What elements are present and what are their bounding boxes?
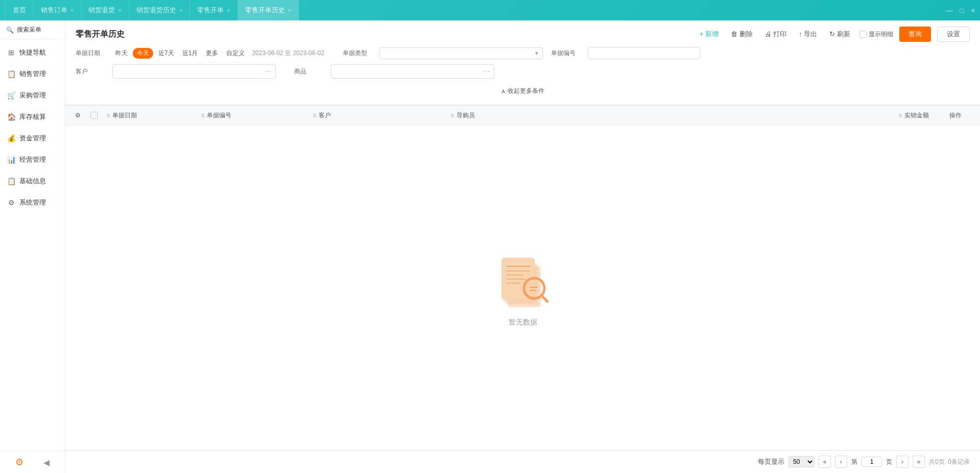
empty-text: 暂无数据 [509,318,537,327]
tab-close-retail-open[interactable]: × [227,7,230,13]
page-number-input[interactable] [862,457,882,467]
sort-amount-icon[interactable]: ⇅ [898,113,902,118]
customer-input[interactable]: ··· [112,64,276,79]
last7-btn[interactable]: 近7天 [155,48,177,59]
custom-date-btn[interactable]: 自定义 [223,48,248,59]
sidebar-item-operation[interactable]: 📊 经营管理 [0,149,65,170]
col-customer: ⇅ 客户 [308,111,446,120]
sidebar-item-label: 经营管理 [19,155,46,164]
tab-retail-open-history[interactable]: 零售开单历史 × [238,0,299,20]
table-container: ⚙ ⇅ 单据日期 ⇅ 单据编号 ⇅ 客户 ⇅ [65,105,980,450]
sort-guide-icon[interactable]: ⇅ [450,113,455,118]
sidebar-item-label: 资金管理 [19,134,46,143]
customer-ellipsis-icon[interactable]: ··· [265,67,271,76]
display-detail-checkbox[interactable]: 显示明细 [859,30,893,39]
collapse-button[interactable]: ∧ 收起更多条件 [497,86,548,96]
filter-area: 零售开单历史 + 新增 🗑 删除 🖨 打印 ↑ 导出 ↻ 刷新 显示明细 查询 … [65,20,980,105]
tab-retail-open[interactable]: 零售开单 × [190,0,237,20]
empty-illustration [492,248,554,310]
page-label: 页 [886,458,892,466]
per-page-label: 每页显示 [758,457,784,466]
sidebar-settings-icon[interactable]: ⚙ [15,457,23,468]
next-page-btn[interactable]: › [896,456,909,468]
refresh-button[interactable]: ↻ 刷新 [826,28,853,41]
tab-close-sales-return-history[interactable]: × [179,7,182,13]
col-date: ⇅ 单据日期 [102,111,197,120]
main-layout: 🔍 搜索采单 ⊞ 快捷导航 📋 销售管理 🛒 采购管理 🏠 库存核算 💰 [0,20,980,473]
date-filter-buttons: 昨天 今天 近7天 近1月 更多 自定义 2023-06-02 至 2023-0… [112,48,324,59]
last-month-btn[interactable]: 近1月 [179,48,201,59]
sidebar-item-sales-mgmt[interactable]: 📋 销售管理 [0,63,65,85]
doc-num-label: 单据编号 [551,49,580,58]
sidebar-item-purchase-mgmt[interactable]: 🛒 采购管理 [0,85,65,106]
checkbox-all-icon[interactable] [90,112,98,119]
add-button[interactable]: + 新增 [697,28,722,41]
delete-button[interactable]: 🗑 删除 [728,28,756,41]
col-checkbox[interactable] [86,112,102,119]
sidebar-collapse-icon[interactable]: ◀ [43,458,50,467]
col-num: ⇅ 单据编号 [197,111,308,120]
sidebar-item-basic-info[interactable]: 📋 基础信息 [0,170,65,192]
prev-page-btn[interactable]: ‹ [835,456,847,468]
window-controls: — □ × [946,7,975,14]
quick-nav-icon: ⊞ [7,48,15,57]
query-button[interactable]: 查询 [899,27,931,42]
sort-num-icon[interactable]: ⇅ [201,113,205,118]
settings-button[interactable]: 设置 [937,27,970,42]
settings-icon[interactable]: ⚙ [75,112,81,119]
goods-input[interactable]: ··· [331,64,494,79]
tab-sales-order[interactable]: 销售订单 × [34,0,81,20]
col-settings[interactable]: ⚙ [69,112,86,119]
sort-icon[interactable]: ⇅ [106,113,110,118]
tab-close-sales-order[interactable]: × [70,7,74,13]
sidebar-item-finance[interactable]: 💰 资金管理 [0,128,65,149]
export-button[interactable]: ↑ 导出 [796,28,820,41]
collapse-up-icon: ∧ [501,88,506,95]
sidebar-item-inventory[interactable]: 🏠 库存核算 [0,106,65,128]
sidebar-menu: ⊞ 快捷导航 📋 销售管理 🛒 采购管理 🏠 库存核算 💰 资金管理 📊 [0,40,65,451]
operation-icon: 📊 [7,156,15,164]
doc-type-select[interactable]: ▾ [379,47,543,59]
svg-point-10 [528,282,541,295]
col-guide: ⇅ 导购员 [446,111,541,120]
doc-type-label: 单据类型 [343,49,371,58]
search-icon: 🔍 [6,27,14,34]
yesterday-btn[interactable]: 昨天 [112,48,131,59]
purchase-icon: 🛒 [7,91,15,99]
restore-btn[interactable]: □ [960,7,964,14]
page-title-row: 零售开单历史 + 新增 🗑 删除 🖨 打印 ↑ 导出 ↻ 刷新 显示明细 查询 … [76,27,970,47]
top-bar: 首页 销售订单 × 销货退货 × 销货退货历史 × 零售开单 × 零售开单历史 … [0,0,980,20]
close-window-btn[interactable]: × [971,7,975,14]
per-page-select[interactable]: 50 10 20 100 [788,456,815,467]
tab-list: 首页 销售订单 × 销货退货 × 销货退货历史 × 零售开单 × 零售开单历史 … [5,0,946,20]
minimize-btn[interactable]: — [946,7,953,14]
print-button[interactable]: 🖨 打印 [762,28,790,41]
last-page-btn[interactable]: » [913,456,925,468]
sales-icon: 📋 [7,70,15,78]
doc-num-input[interactable] [588,47,700,59]
sort-customer-icon[interactable]: ⇅ [313,113,317,118]
finance-icon: 💰 [7,134,15,142]
more-date-btn[interactable]: 更多 [203,48,221,59]
tab-close-sales-return[interactable]: × [118,7,121,13]
tab-home[interactable]: 首页 [5,0,34,20]
collapse-row: ∧ 收起更多条件 [76,84,970,98]
filter-row-1: 单据日期 昨天 今天 近7天 近1月 更多 自定义 2023-06-02 至 2… [76,47,970,59]
basic-info-icon: 📋 [7,177,15,185]
tab-close-retail-open-history[interactable]: × [288,7,291,13]
sidebar-item-label: 系统管理 [19,198,46,207]
sidebar-item-sys-mgmt[interactable]: ⚙ 系统管理 [0,192,65,213]
date-range-display: 2023-06-02 至 2023-06-02 [252,49,324,58]
goods-ellipsis-icon[interactable]: ··· [483,67,490,76]
col-action: 操作 [945,111,976,120]
toolbar: + 新增 🗑 删除 🖨 打印 ↑ 导出 ↻ 刷新 显示明细 查询 设置 [697,27,970,42]
tab-sales-return-history[interactable]: 销货退货历史 × [129,0,190,20]
sidebar-item-label: 快捷导航 [19,48,46,57]
svg-line-11 [541,295,547,302]
empty-state: 暂无数据 [65,126,980,450]
sidebar-search[interactable]: 🔍 搜索采单 [0,20,65,40]
first-page-btn[interactable]: « [819,456,831,468]
sidebar-item-quick-nav[interactable]: ⊞ 快捷导航 [0,42,65,63]
today-btn[interactable]: 今天 [133,48,153,59]
tab-sales-return[interactable]: 销货退货 × [81,0,129,20]
